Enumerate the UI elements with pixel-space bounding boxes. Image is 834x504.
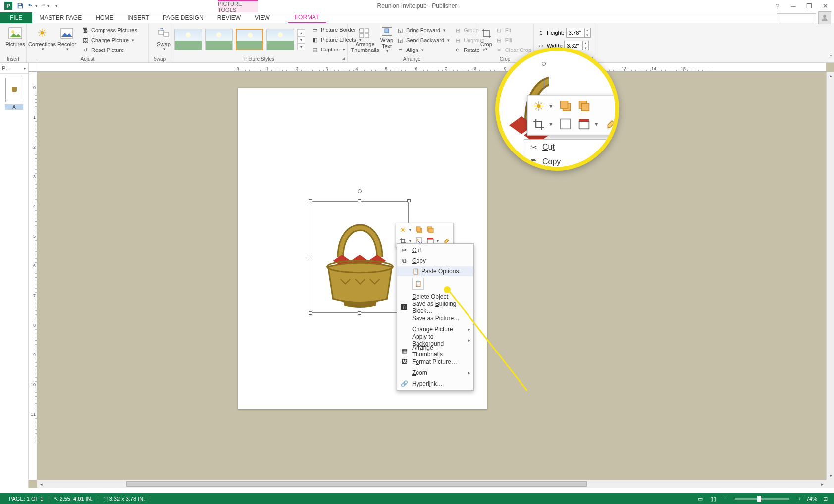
nav-header: P… xyxy=(2,65,11,71)
height-up[interactable]: ▴ xyxy=(584,28,590,33)
compress-pictures-button[interactable]: 🗜Compress Pictures xyxy=(79,25,139,35)
resize-handle-tc[interactable] xyxy=(358,199,361,202)
pictures-button[interactable]: Pictures xyxy=(3,24,28,49)
mini-crop-dd[interactable]: ▾ xyxy=(408,239,413,243)
send-backward-button[interactable]: ◲Send Backward▾ xyxy=(394,35,452,45)
align-button[interactable]: ≡Align▾ xyxy=(394,45,452,55)
selected-picture[interactable] xyxy=(311,201,409,313)
clear-crop-button: ✕Clear Crop xyxy=(493,45,533,55)
minimize-icon[interactable]: ─ xyxy=(786,0,800,11)
view-single-page-button[interactable]: ▭ xyxy=(695,494,705,503)
mini-border-dd[interactable]: ▾ xyxy=(435,239,440,243)
svg-rect-11 xyxy=(365,29,369,33)
tell-me-search[interactable] xyxy=(777,13,816,22)
svg-point-4 xyxy=(823,15,826,18)
tab-review[interactable]: REVIEW xyxy=(210,12,248,23)
size-icon: ⬚ xyxy=(103,496,108,502)
svg-rect-13 xyxy=(365,34,369,38)
ctx-paste-default[interactable]: 📋 xyxy=(412,278,424,290)
zoom-percent[interactable]: 74% xyxy=(806,496,817,502)
zoom-slider[interactable] xyxy=(735,498,789,500)
width-up[interactable]: ▴ xyxy=(582,41,588,46)
basket-image xyxy=(315,203,405,311)
collapse-ribbon-icon[interactable]: ˄ xyxy=(830,54,832,60)
close-icon[interactable]: ✕ xyxy=(818,0,832,11)
group-arrange-label: Arrange xyxy=(348,56,476,62)
tab-master-page[interactable]: MASTER PAGE xyxy=(32,12,89,23)
mag-scissors-icon: ✂ xyxy=(528,142,538,152)
redo-icon[interactable]: ▾ xyxy=(39,0,50,11)
tab-insert[interactable]: INSERT xyxy=(120,12,156,23)
mini-bring-forward-button[interactable] xyxy=(414,225,424,235)
height-down[interactable]: ▾ xyxy=(584,33,590,38)
undo-icon[interactable]: ▾ xyxy=(27,0,38,11)
ctx-format-picture[interactable]: 🖼Format Picture… xyxy=(397,356,473,367)
ctx-save-as-picture[interactable]: Save as Picture… xyxy=(397,313,473,324)
rotate-handle[interactable] xyxy=(358,189,362,193)
zoom-whole-page-button[interactable]: ⊡ xyxy=(820,494,830,503)
mini-brightness-dd[interactable]: ▾ xyxy=(408,228,413,232)
user-account-icon[interactable] xyxy=(818,11,831,24)
ctx-hyperlink[interactable]: 🔗Hyperlink… xyxy=(397,378,473,389)
mini-send-backward-button[interactable] xyxy=(425,225,435,235)
change-picture-button[interactable]: 🖼Change Picture▾ xyxy=(79,35,139,45)
zoom-in-button[interactable]: + xyxy=(795,496,803,502)
restore-icon[interactable]: ❐ xyxy=(802,0,816,11)
svg-rect-21 xyxy=(429,228,433,233)
crop-button[interactable]: Crop▾ xyxy=(479,24,493,55)
help-icon[interactable]: ? xyxy=(771,0,784,11)
tab-page-design[interactable]: PAGE DESIGN xyxy=(156,12,210,23)
ruler-corner xyxy=(29,63,37,72)
paste-icon: 📋 xyxy=(412,268,419,275)
resize-handle-tl[interactable] xyxy=(309,199,312,202)
tab-view[interactable]: VIEW xyxy=(248,12,277,23)
group-picture-styles-label: Picture Styles xyxy=(171,56,347,62)
resize-handle-bl[interactable] xyxy=(309,311,312,315)
wrap-text-button[interactable]: Wrap Text▾ xyxy=(379,24,394,55)
svg-text:P: P xyxy=(6,3,10,9)
page-thumbnail[interactable] xyxy=(5,78,23,102)
arrange-thumbnails-button[interactable]: Arrange Thumbnails xyxy=(351,24,379,55)
recolor-button[interactable]: Recolor▾ xyxy=(54,24,79,55)
pictures-label: Pictures xyxy=(5,41,25,47)
svg-rect-9 xyxy=(164,32,169,36)
mini-brightness-button[interactable]: ☀ xyxy=(398,225,408,235)
tab-file[interactable]: FILE xyxy=(0,12,32,23)
vertical-ruler: 01234567891011 xyxy=(29,72,37,480)
horizontal-scrollbar[interactable]: ◂▸ xyxy=(37,480,826,488)
resize-handle-tr[interactable] xyxy=(407,199,411,202)
view-two-page-button[interactable]: ▯▯ xyxy=(708,494,718,503)
tab-format[interactable]: FORMAT xyxy=(288,12,326,23)
width-down[interactable]: ▾ xyxy=(582,46,588,50)
tab-home[interactable]: HOME xyxy=(89,12,120,23)
save-icon[interactable] xyxy=(15,0,26,11)
ctx-paste-options-label: 📋Paste Options: xyxy=(397,266,473,276)
zoom-out-button[interactable]: − xyxy=(721,496,729,502)
mag-brightness-button: ☀ xyxy=(530,98,547,114)
height-icon: ↕ xyxy=(537,29,545,37)
svg-rect-8 xyxy=(159,30,164,34)
ctx-arrange-thumbnails[interactable]: ▦Arrange Thumbnails xyxy=(397,346,473,356)
resize-handle-bc[interactable] xyxy=(358,311,361,315)
publisher-icon[interactable]: P xyxy=(3,0,14,11)
reset-picture-button[interactable]: ↺Reset Picture xyxy=(79,45,139,55)
ctx-cut[interactable]: ✂Cut xyxy=(397,245,473,255)
svg-rect-10 xyxy=(360,29,364,33)
bring-forward-button[interactable]: ◱Bring Forward▾ xyxy=(394,25,452,35)
corrections-button[interactable]: ☀ Corrections▾ xyxy=(30,24,54,55)
svg-point-23 xyxy=(417,239,419,241)
height-input[interactable]: 3.78"▴▾ xyxy=(566,28,591,38)
ctx-zoom[interactable]: Zoom▸ xyxy=(397,367,473,378)
svg-rect-12 xyxy=(360,34,364,38)
picture-styles-gallery[interactable]: ▴▾▾ xyxy=(174,29,305,50)
svg-rect-30 xyxy=(561,119,571,129)
resize-handle-ml[interactable] xyxy=(309,255,312,258)
gallery-scroll[interactable]: ▴▾▾ xyxy=(297,29,305,50)
nav-expand-icon[interactable]: ▸ xyxy=(24,66,26,71)
context-menu: ✂Cut ⧉Copy 📋Paste Options: 📋 Delete Obje… xyxy=(397,243,474,391)
ctx-copy[interactable]: ⧉Copy xyxy=(397,255,473,266)
qat-customize-icon[interactable]: ▾ xyxy=(51,0,61,11)
picture-styles-launcher[interactable]: ◢ xyxy=(340,55,346,61)
vertical-scrollbar[interactable]: ▴▾ xyxy=(826,72,834,480)
format-picture-icon: 🖼 xyxy=(400,358,408,366)
